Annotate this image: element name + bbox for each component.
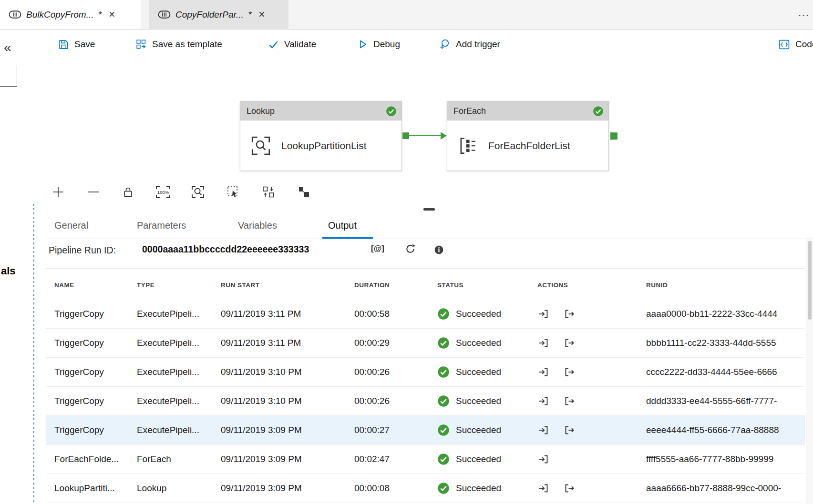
save-icon [58,39,69,50]
table-row[interactable]: TriggerCopy ExecutePipeli... 09/11/2019 … [46,387,805,416]
scrollbar-thumb[interactable] [808,241,812,320]
tab-general[interactable]: General [54,212,88,239]
input-icon[interactable] [537,366,550,378]
succeeded-icon [437,424,450,436]
lookup-activity-icon [250,135,272,157]
succeeded-icon [437,453,450,465]
save-button[interactable]: Save [58,30,95,59]
succeeded-icon [437,308,450,320]
input-icon[interactable] [537,337,550,349]
left-rail-box[interactable] [0,65,17,87]
column-header-run-start: RUN START [221,282,260,289]
status-badge: Succeeded [437,445,501,474]
status-badge: Succeeded [437,416,501,444]
input-icon[interactable] [537,308,550,320]
output-icon[interactable] [563,395,576,407]
info-icon[interactable] [434,245,444,255]
zoom-100-icon[interactable]: 100% [154,183,172,201]
column-header-status: STATUS [437,282,463,289]
svg-text:100%: 100% [157,190,169,195]
annotation-icon[interactable]: [@] [371,244,384,253]
activity-name: LookupPartitionList [281,140,367,151]
code-button[interactable]: Code [778,30,813,59]
status-badge: Succeeded [437,474,501,503]
refresh-icon[interactable] [404,243,416,255]
collapse-panel-icon[interactable]: « [4,40,11,55]
panel-resize-handle[interactable] [423,208,435,211]
table-row[interactable]: TriggerCopy ExecutePipeli... 09/11/2019 … [46,300,805,329]
unsaved-indicator: * [98,10,102,20]
table-row[interactable]: ForEachFolde... ForEach 09/11/2019 3:09 … [46,445,805,474]
zoom-to-fit-icon[interactable] [189,183,206,201]
column-header-duration: DURATION [354,282,390,289]
output-icon[interactable] [563,308,576,320]
succeeded-badge-icon [593,106,604,117]
status-badge: Succeeded [437,300,501,328]
succeeded-icon [437,366,450,378]
tab-label: BulkCopyFrom... [26,10,93,20]
status-badge: Succeeded [437,387,501,415]
unsaved-indicator: * [248,10,252,20]
column-header-runid: RUNID [646,282,668,289]
left-panel-splitter[interactable] [33,204,34,504]
tab-label: CopyFolderPar... [175,10,244,20]
braces-icon [778,39,790,50]
pipeline-icon [158,9,171,20]
tab-bar: BulkCopyFrom... * × CopyFolderPar... * ×… [0,0,813,30]
zoom-out-icon[interactable] [85,183,102,201]
column-header-name: NAME [54,282,74,289]
succeeded-icon [437,395,450,407]
output-icon[interactable] [563,424,576,436]
succeeded-badge-icon [386,106,397,117]
table-row[interactable]: TriggerCopy ExecutePipeli... 09/11/2019 … [46,329,805,358]
column-header-type: TYPE [137,282,154,289]
debug-button[interactable]: Debug [358,30,400,59]
table-row-selected[interactable]: TriggerCopy ExecutePipeli... 09/11/2019 … [46,416,805,445]
tab-bulkcopyfrom[interactable]: BulkCopyFrom... * × [0,0,141,29]
check-icon [268,39,279,50]
input-icon[interactable] [537,424,550,436]
column-header-actions: ACTIONS [537,282,568,289]
template-icon [135,39,147,50]
multi-select-icon[interactable] [225,183,242,201]
minimap-icon[interactable] [295,183,312,201]
output-port[interactable] [402,132,409,139]
app-window: BulkCopyFrom... * × CopyFolderPar... * ×… [0,0,813,504]
activity-node-lookup[interactable]: Lookup LookupPartitionList [240,101,402,171]
activity-name: ForEachFolderList [488,140,570,151]
activity-node-header: Lookup [240,101,401,121]
auto-align-icon[interactable] [260,183,277,201]
tab-copyfolderpar[interactable]: CopyFolderPar... * × [149,0,288,29]
more-tabs-icon[interactable]: ⋯ [798,9,810,22]
tab-parameters[interactable]: Parameters [137,212,186,239]
play-icon [358,39,368,50]
add-trigger-icon [439,39,451,50]
output-icon[interactable] [563,337,576,349]
save-as-template-button[interactable]: Save as template [135,30,222,59]
input-icon[interactable] [537,482,550,494]
add-trigger-button[interactable]: Add trigger [439,30,500,59]
close-icon[interactable]: × [109,9,115,20]
tab-output[interactable]: Output [328,212,357,239]
table-row[interactable]: LookupPartiti... Lookup 09/11/2019 3:09 … [46,474,805,503]
output-port[interactable] [610,132,617,140]
zoom-in-icon[interactable] [50,183,67,201]
activity-connector [401,129,448,142]
tab-variables[interactable]: Variables [238,212,277,239]
left-rail-partial-label: als [1,265,16,277]
close-icon[interactable]: × [258,9,265,20]
panel-tabs-divider [46,239,807,239]
status-badge: Succeeded [437,358,501,386]
pipeline-icon [9,9,21,20]
output-icon[interactable] [563,366,576,378]
output-icon[interactable] [563,482,576,494]
validate-button[interactable]: Validate [268,30,316,59]
input-icon[interactable] [537,395,550,407]
status-badge: Succeeded [437,329,501,357]
activity-node-foreach[interactable]: ForEach ForEachFolderList [447,101,609,171]
table-row[interactable]: TriggerCopy ExecutePipeli... 09/11/2019 … [46,358,805,387]
lock-icon[interactable] [120,183,137,201]
foreach-activity-icon [457,135,479,157]
input-icon[interactable] [537,453,550,465]
run-id-label: Pipeline Run ID: [49,245,116,256]
